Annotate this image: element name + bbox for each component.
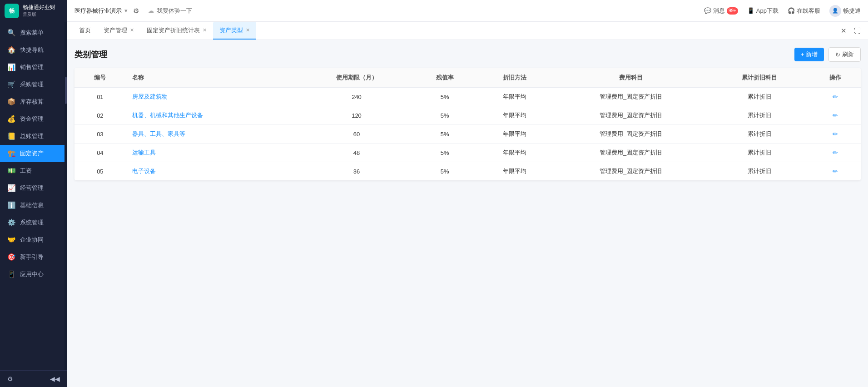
download-label: App下载	[756, 7, 779, 15]
ledger-icon: 📒	[7, 132, 15, 140]
online-service-button[interactable]: 🎧 在线客服	[788, 7, 820, 15]
download-icon: 📱	[747, 7, 754, 14]
sidebar-item-inventory[interactable]: 📦 库存核算	[0, 93, 64, 110]
app-download-button[interactable]: 📱 App下载	[747, 7, 779, 15]
sidebar-item-quick-nav[interactable]: 🏠 快捷导航	[0, 41, 64, 59]
current-app-label: 医疗器械行业演示	[74, 7, 122, 15]
new-button[interactable]: + 新增	[794, 48, 824, 61]
cell-residual-rate: 5%	[413, 162, 476, 181]
col-header-action: 操作	[809, 68, 861, 88]
cell-residual-rate: 5%	[413, 88, 476, 106]
cell-accumulated-account: 累计折旧	[709, 88, 809, 106]
sidebar-item-label: 快捷导航	[20, 46, 44, 54]
sidebar-item-salary[interactable]: 💵 工资	[0, 162, 64, 179]
sidebar-item-label: 销售管理	[20, 63, 44, 71]
sidebar-item-fixed-assets[interactable]: 🏗️ 固定资产	[0, 145, 64, 162]
cell-action: ✏	[809, 125, 861, 144]
tab-close-window-icon[interactable]: ✕	[839, 25, 848, 37]
asset-type-close-icon[interactable]: ✕	[246, 27, 250, 33]
edit-icon[interactable]: ✏	[833, 168, 838, 175]
purchase-icon: 🛒	[7, 80, 15, 89]
asset-type-tab-label: 资产类型	[219, 26, 243, 35]
cell-depreciation-method: 年限平均	[476, 88, 552, 106]
sidebar-item-label: 基础信息	[20, 201, 44, 209]
cell-expense-account: 管理费用_固定资产折旧	[552, 88, 709, 106]
cell-expense-account: 管理费用_固定资产折旧	[552, 125, 709, 144]
sidebar-item-purchase[interactable]: 🛒 采购管理	[0, 76, 64, 93]
inventory-icon: 📦	[7, 98, 15, 106]
avatar: 👤	[829, 5, 841, 17]
sidebar: 畅 畅捷通好业财 普及版 🔍 搜索菜单 🏠 快捷导航 📊 销售管理 🛒 采购管理	[0, 0, 67, 387]
new-button-label: + 新增	[801, 50, 818, 59]
experience-label: 我要体验一下	[157, 7, 192, 15]
edit-icon[interactable]: ✏	[833, 149, 838, 156]
collapse-sidebar-icon[interactable]: ◀◀	[50, 375, 60, 382]
user-profile-button[interactable]: 👤 畅捷通	[829, 5, 861, 17]
col-header-useful-life: 使用期限（月）	[300, 68, 413, 88]
user-label: 畅捷通	[843, 7, 861, 15]
tab-home[interactable]: 首页	[73, 22, 97, 40]
cell-name: 电子设备	[126, 162, 300, 181]
col-header-name: 名称	[126, 68, 300, 88]
cell-depreciation-method: 年限平均	[476, 162, 552, 181]
sidebar-item-label: 经营管理	[20, 184, 44, 192]
settings-footer-icon[interactable]: ⚙	[7, 375, 13, 382]
app-dropdown-arrow[interactable]: ▾	[124, 7, 128, 14]
notification-icon: 💬	[704, 7, 711, 14]
home-tab-label: 首页	[79, 26, 91, 35]
sidebar-item-label: 应用中心	[20, 270, 44, 278]
sidebar-item-label: 总账管理	[20, 132, 44, 140]
name-link[interactable]: 运输工具	[132, 149, 156, 156]
tabbar: 首页 资产管理 ✕ 固定资产折旧统计表 ✕ 资产类型 ✕ ✕ ⛶	[67, 22, 868, 40]
home-icon: 🏠	[7, 46, 15, 54]
name-link[interactable]: 房屋及建筑物	[132, 93, 168, 100]
tab-asset-mgmt[interactable]: 资产管理 ✕	[97, 22, 140, 40]
sidebar-item-label: 工资	[20, 167, 32, 175]
sidebar-item-label: 采购管理	[20, 80, 44, 89]
edit-icon[interactable]: ✏	[833, 112, 838, 119]
col-header-code: 编号	[74, 68, 126, 88]
table-row: 04 运输工具 48 5% 年限平均 管理费用_固定资产折旧 累计折旧 ✏	[74, 144, 861, 162]
sidebar-item-operations[interactable]: 📈 经营管理	[0, 179, 64, 197]
service-icon: 🎧	[788, 7, 795, 14]
sidebar-item-system[interactable]: ⚙️ 系统管理	[0, 214, 64, 231]
tab-fixed-depreciation[interactable]: 固定资产折旧统计表 ✕	[140, 22, 213, 40]
sidebar-item-ledger[interactable]: 📒 总账管理	[0, 128, 64, 145]
name-link[interactable]: 器具、工具、家具等	[132, 130, 185, 137]
table-row: 03 器具、工具、家具等 60 5% 年限平均 管理费用_固定资产折旧 累计折旧…	[74, 125, 861, 144]
topbar-experience[interactable]: ☁ 我要体验一下	[148, 7, 192, 15]
cell-residual-rate: 5%	[413, 144, 476, 162]
asset-mgmt-close-icon[interactable]: ✕	[130, 27, 134, 33]
sidebar-item-finance[interactable]: 💰 资金管理	[0, 110, 64, 128]
sidebar-nav: 🔍 搜索菜单 🏠 快捷导航 📊 销售管理 🛒 采购管理 📦 库存核算 💰	[0, 22, 64, 370]
tab-asset-type[interactable]: 资产类型 ✕	[213, 22, 256, 40]
sidebar-item-enterprise[interactable]: 🤝 企业协同	[0, 231, 64, 248]
edit-icon[interactable]: ✏	[833, 93, 838, 100]
col-header-accumulated-account: 累计折旧科目	[709, 68, 809, 88]
sidebar-item-basic-info[interactable]: ℹ️ 基础信息	[0, 197, 64, 214]
cell-depreciation-method: 年限平均	[476, 106, 552, 125]
sidebar-item-sales[interactable]: 📊 销售管理	[0, 59, 64, 76]
notification-button[interactable]: 💬 消息 99+	[704, 7, 738, 15]
name-link[interactable]: 电子设备	[132, 168, 156, 174]
sidebar-item-search[interactable]: 🔍 搜索菜单	[0, 24, 64, 41]
sidebar-item-guide[interactable]: 🎯 新手引导	[0, 248, 64, 266]
app-name-block: 畅捷通好业财 普及版	[23, 4, 55, 18]
sidebar-footer: ⚙ ◀◀	[0, 370, 67, 387]
cell-accumulated-account: 累计折旧	[709, 106, 809, 125]
search-icon: 🔍	[7, 29, 15, 37]
refresh-button[interactable]: ↻ 刷新	[828, 47, 861, 62]
page-content: 类别管理 + 新增 ↻ 刷新 编号 名称 使用期限（月） 残值率	[67, 40, 868, 387]
service-label: 在线客服	[797, 7, 820, 15]
sidebar-scrollbar[interactable]	[64, 22, 67, 370]
cell-useful-life: 240	[300, 88, 413, 106]
enterprise-icon: 🤝	[7, 236, 15, 244]
cell-useful-life: 60	[300, 125, 413, 144]
fixed-depreciation-close-icon[interactable]: ✕	[203, 27, 207, 33]
name-link[interactable]: 机器、机械和其他生产设备	[132, 112, 203, 119]
sidebar-item-app-center[interactable]: 📱 应用中心	[0, 266, 64, 283]
tab-expand-icon[interactable]: ⛶	[852, 25, 863, 36]
edit-icon[interactable]: ✏	[833, 130, 838, 138]
sidebar-scrollbar-thumb[interactable]	[65, 77, 67, 104]
topbar-settings-icon[interactable]: ⚙	[133, 7, 139, 15]
